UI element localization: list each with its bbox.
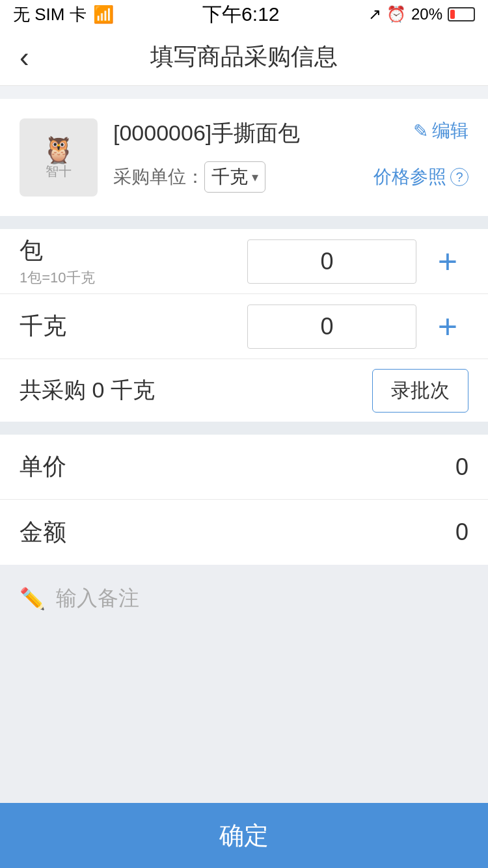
confirm-button[interactable]: 确定 [0, 803, 488, 868]
bao-label: 包 [20, 235, 98, 267]
kg-row: 千克 + [0, 294, 488, 359]
amount-row: 金额 0 [0, 500, 488, 565]
price-ref-label: 价格参照 [373, 165, 446, 189]
unit-price-value: 0 [455, 454, 468, 481]
status-left: 无 SIM 卡 📶 [13, 3, 114, 26]
kg-label: 千克 [20, 310, 98, 342]
amount-label: 金额 [20, 517, 66, 549]
carrier-label: 无 SIM 卡 [13, 3, 87, 26]
bao-row: 包 1包=10千克 + [0, 229, 488, 294]
battery-outline [448, 7, 475, 21]
status-right: ↗ ⏰ 20% [368, 5, 475, 23]
alarm-icon: ⏰ [386, 5, 406, 23]
unit-select[interactable]: 千克 ▾ [204, 161, 265, 193]
location-icon: ↗ [368, 5, 381, 23]
nav-bar: ‹ 填写商品采购信息 [0, 29, 488, 86]
bao-sub: 1包=10千克 [20, 268, 98, 288]
pencil-icon: ✏️ [20, 586, 46, 611]
note-section[interactable]: ✏️ 输入备注 [0, 565, 488, 632]
help-icon: ? [450, 168, 468, 186]
edit-button[interactable]: ✎ 编辑 [413, 118, 468, 143]
edit-icon: ✎ [413, 120, 428, 142]
edit-label: 编辑 [432, 118, 468, 143]
batch-button[interactable]: 录批次 [372, 369, 468, 413]
bao-input-group: + [98, 239, 468, 284]
status-bar: 无 SIM 卡 📶 下午6:12 ↗ ⏰ 20% [0, 0, 488, 29]
page-title: 填写商品采购信息 [150, 41, 338, 73]
input-section: 包 1包=10千克 + 千克 + [0, 229, 488, 359]
amount-value: 0 [455, 519, 468, 546]
back-button[interactable]: ‹ [20, 43, 29, 72]
thumb-label: 智十 [42, 163, 75, 180]
bao-label-group: 包 1包=10千克 [20, 235, 98, 288]
kg-input[interactable] [247, 305, 416, 349]
price-ref-button[interactable]: 价格参照 ? [373, 165, 468, 189]
price-section: 单价 0 金额 0 [0, 435, 488, 565]
unit-price-label: 单价 [20, 451, 66, 483]
battery-percent: 20% [411, 5, 442, 23]
kg-input-group: + [98, 305, 468, 349]
product-thumbnail: 🦉 智十 [20, 118, 98, 197]
kg-plus-button[interactable]: + [427, 305, 468, 349]
battery-fill [450, 10, 455, 19]
bao-plus-button[interactable]: + [427, 239, 468, 284]
unit-value: 千克 [211, 165, 248, 189]
unit-label: 采购单位： [113, 165, 204, 189]
status-time: 下午6:12 [202, 1, 279, 28]
kg-label-group: 千克 [20, 310, 98, 342]
summary-row: 共采购 0 千克 录批次 [0, 359, 488, 422]
battery-box [448, 7, 475, 21]
divider-1 [0, 216, 488, 229]
wifi-icon: 📶 [93, 5, 114, 25]
bao-input[interactable] [247, 239, 416, 284]
summary-text: 共采购 0 千克 [20, 375, 155, 405]
unit-price-row: 单价 0 [0, 435, 488, 500]
chevron-down-icon: ▾ [252, 169, 258, 185]
note-placeholder: 输入备注 [56, 584, 139, 613]
product-card: 🦉 智十 [0000006]手撕面包 采购单位： 千克 ▾ 价格参照 ? ✎ [0, 99, 488, 216]
divider-2 [0, 422, 488, 435]
